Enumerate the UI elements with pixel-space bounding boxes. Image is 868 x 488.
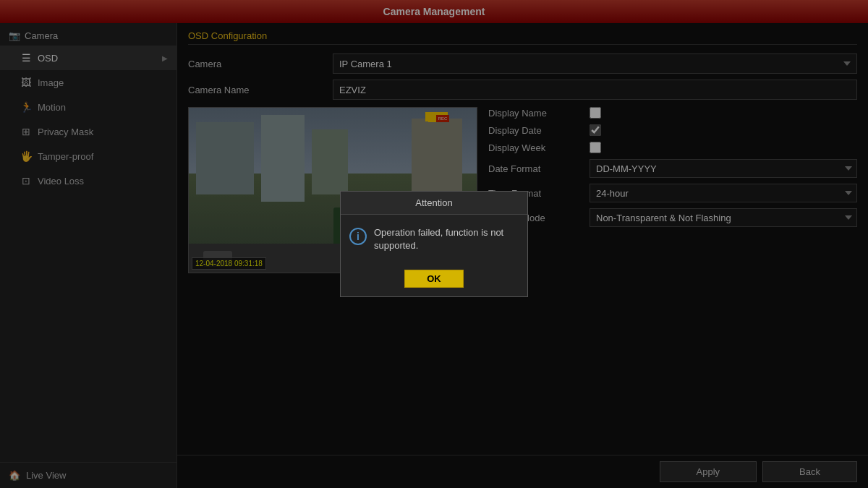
modal-ok-button[interactable]: OK — [404, 270, 464, 288]
modal-message: Operation failed, function is not suppor… — [374, 226, 519, 252]
modal-body: i Operation failed, function is not supp… — [341, 215, 527, 264]
modal-footer: OK — [341, 264, 527, 296]
modal-overlay: Attention i Operation failed, function i… — [0, 0, 868, 488]
modal-title: Attention — [341, 192, 527, 215]
modal-info-icon: i — [349, 228, 367, 245]
modal-dialog: Attention i Operation failed, function i… — [340, 191, 528, 297]
